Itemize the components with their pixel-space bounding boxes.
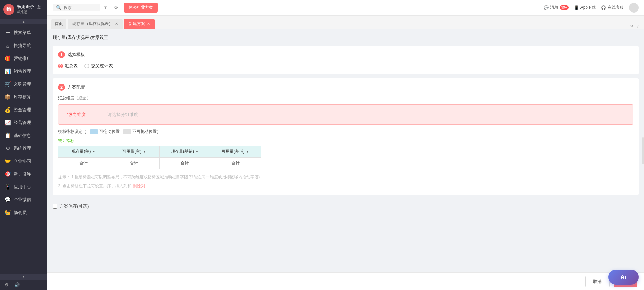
- indicator-label-row: 模板指标设定（ 可拖动位置 不可拖动位置）: [58, 129, 633, 135]
- tab-new-plan[interactable]: 新建方案 ✕: [124, 19, 155, 29]
- stat-cell-2: 合计: [160, 158, 210, 169]
- sidebar-label-operation: 经营管理: [14, 120, 31, 126]
- sidebar: 畅 畅捷通好生意 标准版 ▲ ☰ 搜索菜单 ⌂ 快捷导航 🎁 营销推广 📊 销售…: [0, 0, 47, 290]
- sidebar-item-operation[interactable]: 📈 经营管理: [0, 116, 47, 129]
- sidebar-item-system[interactable]: ⚙ 系统管理: [0, 142, 47, 155]
- chevron-down-icon-2: ▼: [195, 150, 199, 153]
- sidebar-item-newbie[interactable]: 🎯 新手引导: [0, 168, 47, 180]
- sidebar-item-quick-nav[interactable]: ⌂ 快捷导航: [0, 39, 47, 52]
- gear-icon[interactable]: ⚙: [111, 3, 121, 13]
- sidebar-icon-member: 👑: [5, 210, 11, 216]
- sidebar-item-stock[interactable]: 📦 库存核算: [0, 91, 47, 103]
- sidebar-icon-contract: 🤝: [5, 158, 11, 164]
- sidebar-label-newbie: 新手引导: [14, 171, 31, 177]
- stat-cell-0: 合计: [58, 158, 109, 169]
- dimension-box[interactable]: *纵向维度 —— 请选择分组维度: [58, 104, 633, 125]
- cancel-button[interactable]: 取消: [585, 276, 610, 287]
- online-service-btn[interactable]: 🎧 在线客服: [601, 5, 624, 10]
- stat-body-col-3: 合计: [210, 158, 261, 169]
- stat-col-header-2[interactable]: 现存量(基辅) ▼: [160, 146, 210, 158]
- dropdown-icon[interactable]: ▼: [103, 5, 108, 10]
- stat-body-col-0: 合计: [58, 158, 109, 169]
- sidebar-item-finance[interactable]: 💰 资金管理: [0, 103, 47, 116]
- sidebar-label-quick-nav: 快捷导航: [14, 43, 31, 49]
- search-icon: 🔍: [56, 5, 61, 10]
- stat-col-0: 现存量(主) ▼: [58, 146, 109, 158]
- sidebar-item-purchase[interactable]: 🛒 采购管理: [0, 78, 47, 91]
- sidebar-icon-operation: 📈: [5, 120, 11, 126]
- tips-title: 提示： 1.拖动标题栏可以调整布局，不可跨维度或指标区域拖动栏目字段(只能在同一…: [58, 174, 633, 181]
- avatar[interactable]: [629, 3, 639, 13]
- tabs-bar: 首页 现存量（库存状况表） ✕ 新建方案 ✕ ✕ ⤢: [47, 16, 644, 29]
- sidebar-icon-system: ⚙: [5, 145, 11, 151]
- stat-body-col-1: 合计: [109, 158, 160, 169]
- sidebar-item-marketing[interactable]: 🎁 营销推广: [0, 52, 47, 65]
- sidebar-item-member[interactable]: 👑 畅会员: [0, 206, 47, 219]
- sidebar-label-finance: 资金管理: [14, 107, 31, 113]
- sidebar-label-search-menu: 搜索菜单: [14, 30, 31, 36]
- sidebar-label-stock: 库存核算: [14, 94, 31, 100]
- stat-cell-1: 合计: [109, 158, 159, 169]
- ai-assistant-button[interactable]: Ai: [608, 270, 639, 285]
- radio-summary[interactable]: 汇总表: [58, 63, 78, 69]
- step1-num: 1: [58, 51, 65, 58]
- app-icon: 📱: [574, 5, 579, 10]
- section-template: 1 选择模板 汇总表 交叉统计表: [53, 46, 639, 74]
- settings-icon[interactable]: ⚙: [5, 282, 9, 287]
- app-download-btn[interactable]: 📱 App下载: [574, 5, 596, 10]
- sidebar-item-apps[interactable]: 📱 应用中心: [0, 180, 47, 193]
- radio-cross[interactable]: 交叉统计表: [84, 63, 113, 69]
- tips-link[interactable]: 删除列: [133, 184, 145, 188]
- audio-icon[interactable]: 🔊: [14, 282, 20, 287]
- sidebar-icon-sales: 📊: [5, 68, 11, 74]
- save-checkbox[interactable]: [53, 204, 57, 209]
- sidebar-label-sales: 销售管理: [14, 68, 31, 74]
- sidebar-item-sales[interactable]: 📊 销售管理: [0, 65, 47, 78]
- topbar-right: 💬 消息 99+ 📱 App下载 🎧 在线客服: [544, 3, 639, 13]
- message-btn[interactable]: 💬 消息 99+: [544, 5, 569, 10]
- sidebar-item-basic[interactable]: 📋 基础信息: [0, 129, 47, 142]
- save-label: 方案保存(可选): [59, 203, 89, 209]
- stat-col-2: 现存量(基辅) ▼: [160, 146, 210, 158]
- dim-label: 汇总维度（必选）: [58, 95, 633, 101]
- brand-area: 畅 畅捷通好生意 标准版: [0, 0, 47, 19]
- sidebar-label-member: 畅会员: [14, 210, 27, 216]
- stat-col-header-0[interactable]: 现存量(主) ▼: [58, 146, 109, 158]
- industry-btn[interactable]: 体验行业方案: [124, 3, 158, 13]
- message-badge: 99+: [560, 5, 569, 10]
- sidebar-label-basic: 基础信息: [14, 132, 31, 139]
- main-area: 🔍 ▼ ⚙ 体验行业方案 💬 消息 99+ 📱 App下载 🎧 在线客服 首页: [47, 0, 644, 290]
- sidebar-item-contract[interactable]: 🤝 企业协同: [0, 155, 47, 168]
- tab-home[interactable]: 首页: [51, 19, 66, 29]
- sidebar-scroll-down[interactable]: ▼: [0, 274, 47, 279]
- brand-logo: 畅: [3, 4, 14, 15]
- sidebar-label-wechat: 企业微信: [14, 197, 31, 203]
- topbar: 🔍 ▼ ⚙ 体验行业方案 💬 消息 99+ 📱 App下载 🎧 在线客服: [47, 0, 644, 16]
- chevron-down-icon-1: ▼: [143, 150, 146, 153]
- sidebar-item-search-menu[interactable]: ☰ 搜索菜单: [0, 26, 47, 39]
- dim-required-text: *纵向维度: [67, 112, 86, 118]
- message-icon: 💬: [544, 5, 549, 10]
- stat-col-header-3[interactable]: 可用量(基辅) ▼: [210, 146, 261, 158]
- sidebar-icon-search-menu: ☰: [5, 30, 11, 36]
- tab-inventory[interactable]: 现存量（库存状况表） ✕: [68, 19, 123, 29]
- search-box[interactable]: 🔍: [53, 4, 100, 11]
- sidebar-scroll-up[interactable]: ▲: [0, 19, 47, 24]
- sidebar-nav: ☰ 搜索菜单 ⌂ 快捷导航 🎁 营销推广 📊 销售管理 🛒 采购管理 📦 库存核…: [0, 24, 47, 274]
- sidebar-icon-newbie: 🎯: [5, 171, 11, 177]
- sidebar-icon-basic: 📋: [5, 132, 11, 139]
- page-title: 现存量(库存状况表)方案设置: [53, 34, 639, 41]
- close-panel-icon[interactable]: ✕: [630, 24, 634, 29]
- step2-title: 方案配置: [68, 84, 85, 90]
- tab-inventory-close[interactable]: ✕: [115, 22, 118, 26]
- search-input[interactable]: [64, 5, 97, 10]
- template-radio-group: 汇总表 交叉统计表: [58, 63, 633, 69]
- expand-icon[interactable]: ⤢: [636, 24, 640, 29]
- stat-col-header-1[interactable]: 可用量(主) ▼: [109, 146, 159, 158]
- right-scroll-indicator: [642, 137, 644, 164]
- sidebar-label-system: 系统管理: [14, 145, 31, 151]
- chevron-down-icon-3: ▼: [246, 150, 249, 153]
- sidebar-item-wechat[interactable]: 💬 企业微信: [0, 193, 47, 206]
- tab-new-plan-close[interactable]: ✕: [147, 22, 150, 26]
- tips-item2: 2. 点击标题栏下拉可设置排序、插入列和 删除列: [58, 183, 633, 190]
